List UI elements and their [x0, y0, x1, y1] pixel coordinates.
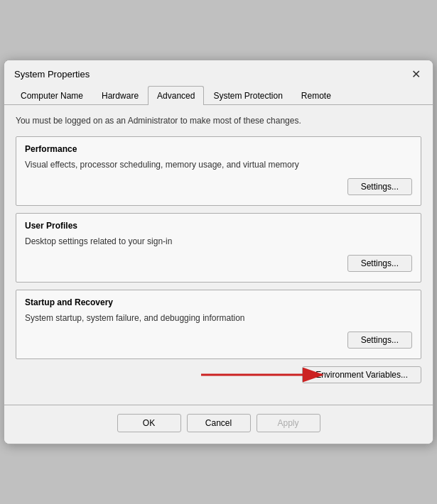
- performance-section: Performance Visual effects, processor sc…: [16, 136, 421, 206]
- admin-notice: You must be logged on as an Administrato…: [16, 115, 421, 127]
- user-profiles-section: User Profiles Desktop settings related t…: [16, 213, 421, 283]
- user-profiles-title: User Profiles: [25, 221, 412, 231]
- tab-advanced[interactable]: Advanced: [148, 86, 204, 105]
- performance-desc: Visual effects, processor scheduling, me…: [25, 158, 412, 171]
- env-variables-row: Environment Variables...: [16, 366, 421, 383]
- tab-system-protection[interactable]: System Protection: [204, 86, 291, 105]
- environment-variables-button[interactable]: Environment Variables...: [302, 366, 421, 383]
- performance-title: Performance: [25, 144, 412, 154]
- tab-bar: Computer Name Hardware Advanced System P…: [4, 86, 433, 105]
- footer: OK Cancel Apply: [4, 405, 433, 444]
- startup-recovery-settings-button[interactable]: Settings...: [347, 332, 412, 349]
- window-title: System Properties: [14, 69, 90, 80]
- tab-content: You must be logged on as an Administrato…: [4, 105, 433, 405]
- startup-recovery-title: Startup and Recovery: [25, 297, 412, 307]
- tab-computer-name[interactable]: Computer Name: [11, 86, 92, 105]
- startup-recovery-desc: System startup, system failure, and debu…: [25, 312, 412, 324]
- system-properties-dialog: System Properties ✕ Computer Name Hardwa…: [4, 60, 433, 445]
- user-profiles-desc: Desktop settings related to your sign-in: [25, 235, 412, 248]
- tab-remote[interactable]: Remote: [292, 86, 340, 105]
- apply-button[interactable]: Apply: [257, 414, 320, 432]
- arrow-container: [16, 361, 336, 389]
- performance-settings-button[interactable]: Settings...: [347, 178, 412, 195]
- cancel-button[interactable]: Cancel: [187, 414, 251, 432]
- title-bar: System Properties ✕: [4, 60, 433, 86]
- startup-recovery-section: Startup and Recovery System startup, sys…: [16, 290, 421, 359]
- close-button[interactable]: ✕: [409, 67, 423, 82]
- user-profiles-settings-button[interactable]: Settings...: [347, 255, 412, 272]
- tab-hardware[interactable]: Hardware: [92, 86, 148, 105]
- ok-button[interactable]: OK: [117, 414, 181, 432]
